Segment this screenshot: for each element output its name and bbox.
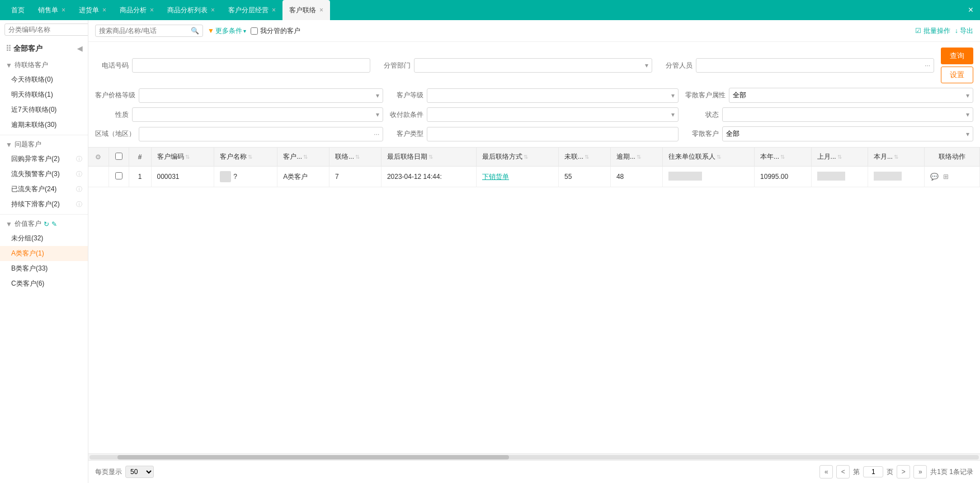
col-header-last-date: 最后联络日期⇅ bbox=[381, 148, 476, 167]
nav-purchase-order[interactable]: 进货单 × bbox=[72, 0, 113, 20]
retail-customer-select[interactable]: 全部 ▾ bbox=[722, 126, 973, 141]
action-message-icon[interactable]: 💬 bbox=[930, 173, 939, 181]
sidebar-item-overdue[interactable]: 逾期未联络(30) bbox=[0, 117, 88, 132]
sort-name-icon[interactable]: ⇅ bbox=[248, 154, 252, 160]
nav-customer-contact[interactable]: 客户联络 × bbox=[282, 0, 330, 20]
page-label: 第 bbox=[853, 467, 860, 477]
table-header-row: ⚙ # 客户编码⇅ 客户名称⇅ 客户...⇅ bbox=[88, 148, 980, 167]
filter-search-icon[interactable]: 🔍 bbox=[191, 27, 199, 35]
problem-arrow-icon: ▼ bbox=[6, 141, 12, 149]
filter-field-phone: 电话号码 bbox=[95, 58, 370, 73]
retail-attr-select[interactable]: 全部 ▾ bbox=[729, 88, 973, 103]
sort-overdue-icon[interactable]: ⇅ bbox=[637, 154, 641, 160]
sidebar-item-class-a[interactable]: A类客户(1) bbox=[0, 246, 88, 261]
action-qr-icon[interactable]: ⊞ bbox=[943, 173, 949, 181]
sort-contact-count-icon[interactable]: ⇅ bbox=[355, 154, 360, 160]
sidebar-collapse-icon[interactable]: ◀ bbox=[77, 45, 82, 53]
app-close-button[interactable]: × bbox=[968, 5, 973, 15]
first-page-button[interactable]: « bbox=[819, 465, 833, 479]
info-icon-churned: ⓘ bbox=[76, 185, 82, 193]
region-label: 区域（地区） bbox=[95, 129, 135, 139]
form-action-buttons: 查询 设置 bbox=[941, 48, 973, 83]
sort-code-icon[interactable]: ⇅ bbox=[185, 154, 190, 160]
nav-close-purchase[interactable]: × bbox=[102, 6, 106, 14]
sidebar-item-tomorrow[interactable]: 明天待联络(1) bbox=[0, 87, 88, 102]
sidebar-item-unclassified[interactable]: 未分组(32) bbox=[0, 231, 88, 246]
sidebar-item-churned[interactable]: 已流失客户(24) ⓘ bbox=[0, 182, 88, 197]
customer-grade-select[interactable]: ▾ bbox=[427, 88, 678, 103]
status-select[interactable]: ▾ bbox=[722, 107, 973, 122]
nav-product-analysis[interactable]: 商品分析 × bbox=[113, 0, 161, 20]
sidebar-item-declining[interactable]: 持续下滑客户(2) ⓘ bbox=[0, 197, 88, 212]
sort-last-date-icon[interactable]: ⇅ bbox=[428, 154, 433, 160]
last-contact-method-link[interactable]: 下销货单 bbox=[482, 173, 509, 181]
sidebar-item-class-c[interactable]: C类客户(6) bbox=[0, 276, 88, 291]
nav-customer-tier[interactable]: 客户分层经营 × bbox=[222, 0, 282, 20]
price-grade-caret-icon: ▾ bbox=[376, 92, 379, 100]
page-size-dropdown[interactable]: 50 100 200 bbox=[125, 466, 154, 478]
price-grade-label: 客户价格等级 bbox=[95, 91, 135, 100]
nav-close-sales[interactable]: × bbox=[62, 6, 65, 14]
filter-more-caret-icon: ▾ bbox=[243, 28, 246, 34]
sort-class-icon[interactable]: ⇅ bbox=[303, 154, 308, 160]
status-label: 状态 bbox=[685, 110, 719, 120]
payment-select[interactable]: ▾ bbox=[427, 107, 678, 122]
nav-product-analysis-list[interactable]: 商品分析列表 × bbox=[161, 0, 222, 20]
filter-field-payment: 收付款条件 ▾ bbox=[390, 107, 678, 122]
dept-select[interactable]: ▾ bbox=[414, 58, 652, 73]
row-last-month-cell bbox=[811, 167, 868, 187]
table-container: ⚙ # 客户编码⇅ 客户名称⇅ 客户...⇅ bbox=[88, 148, 980, 453]
batch-ops-button[interactable]: ☑ 批量操作 bbox=[915, 26, 950, 36]
refresh-icon[interactable]: ↻ bbox=[44, 220, 49, 228]
price-grade-select[interactable]: ▾ bbox=[139, 88, 383, 103]
sidebar-item-class-b[interactable]: B类客户(33) bbox=[0, 261, 88, 276]
sidebar-item-today[interactable]: 今天待联络(0) bbox=[0, 72, 88, 87]
my-customers-checkbox[interactable] bbox=[251, 27, 258, 35]
nav-close-tier[interactable]: × bbox=[272, 6, 276, 14]
filter-more-conditions[interactable]: ▼ 更多条件 ▾ bbox=[208, 26, 246, 36]
gear-icon[interactable]: ⚙ bbox=[95, 153, 101, 161]
query-button[interactable]: 查询 bbox=[941, 48, 973, 64]
nav-close-product-list[interactable]: × bbox=[211, 6, 215, 14]
person-input[interactable]: ··· bbox=[696, 58, 934, 73]
nav-home[interactable]: 首页 bbox=[4, 0, 31, 20]
sidebar-problem-section: ▼ 问题客户 bbox=[0, 138, 88, 151]
sidebar-item-churn-warning[interactable]: 流失预警客户(3) ⓘ bbox=[0, 167, 88, 182]
row-this-month-cell bbox=[868, 167, 924, 187]
sidebar-item-repurchase-abnormal[interactable]: 回购异常客户(2) ⓘ bbox=[0, 151, 88, 167]
select-all-checkbox[interactable] bbox=[115, 153, 123, 160]
sort-no-contact-icon[interactable]: ⇅ bbox=[585, 154, 589, 160]
region-dots-icon: ··· bbox=[374, 130, 379, 138]
next-page-button[interactable]: > bbox=[897, 465, 910, 479]
row-checkbox[interactable] bbox=[115, 172, 123, 179]
sort-last-month-icon[interactable]: ⇅ bbox=[837, 154, 842, 160]
nature-select[interactable]: ▾ bbox=[132, 107, 383, 122]
sidebar-item-7days[interactable]: 近7天待联络(0) bbox=[0, 102, 88, 117]
sidebar-search-input[interactable] bbox=[4, 23, 88, 36]
export-button[interactable]: ↓ 导出 bbox=[955, 26, 973, 36]
sort-contact-person-icon[interactable]: ⇅ bbox=[717, 154, 721, 160]
col-header-last-method: 最后联络方式⇅ bbox=[476, 148, 558, 167]
sort-last-method-icon[interactable]: ⇅ bbox=[524, 154, 528, 160]
nav-close-contact[interactable]: × bbox=[319, 6, 323, 14]
filter-search-input[interactable] bbox=[99, 27, 189, 35]
nav-close-product[interactable]: × bbox=[150, 6, 154, 14]
nav-sales-order[interactable]: 销售单 × bbox=[31, 0, 72, 20]
region-input[interactable]: ··· bbox=[139, 127, 383, 141]
sidebar-value-section: ▼ 价值客户 ↻ ✎ bbox=[0, 217, 88, 231]
filter-my-customers[interactable]: 我分管的客户 bbox=[251, 26, 300, 36]
problem-customers-label: 问题客户 bbox=[15, 140, 41, 149]
col-header-overdue: 逾期...⇅ bbox=[610, 148, 662, 167]
sort-this-month-icon[interactable]: ⇅ bbox=[894, 154, 898, 160]
sort-this-year-icon[interactable]: ⇅ bbox=[780, 154, 785, 160]
edit-icon[interactable]: ✎ bbox=[51, 220, 57, 228]
scroll-bar-thumb[interactable] bbox=[117, 455, 509, 460]
prev-page-button[interactable]: < bbox=[836, 465, 850, 479]
setting-button[interactable]: 设置 bbox=[941, 67, 973, 83]
customer-type-input[interactable] bbox=[427, 127, 678, 141]
row-last-method-cell: 下销货单 bbox=[476, 167, 558, 187]
retail-customer-label: 零散客户 bbox=[685, 129, 719, 139]
last-page-button[interactable]: » bbox=[913, 465, 927, 479]
phone-input[interactable] bbox=[132, 58, 370, 73]
page-number-input[interactable] bbox=[863, 466, 883, 477]
